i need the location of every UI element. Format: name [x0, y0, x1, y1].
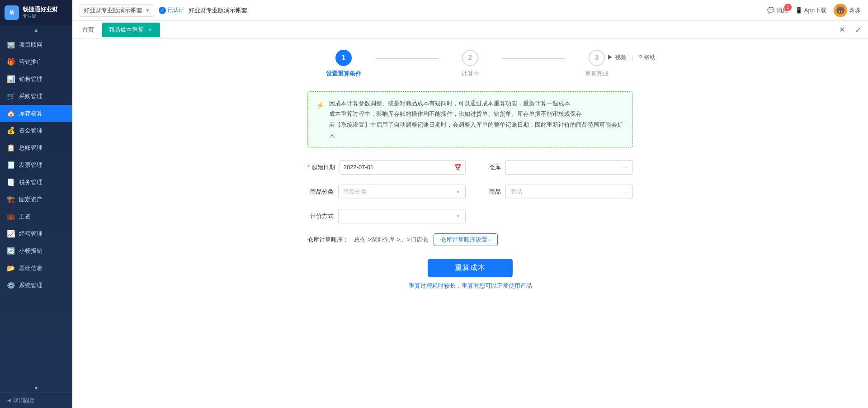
step-connector-2 — [502, 58, 565, 59]
step-1-number: 1 — [342, 54, 346, 62]
sidebar-item-assets[interactable]: 🏗️ 固定资产 — [0, 191, 72, 208]
app-download-label: App下载 — [804, 6, 826, 14]
form-row-2: 商品分类 商品分类 ▼ 商品 商品 ··· — [307, 185, 633, 199]
project-icon: 🏢 — [6, 41, 15, 49]
sidebar-item-finance[interactable]: 💰 资金管理 — [0, 122, 72, 139]
sidebar-scroll-down[interactable]: ▼ — [0, 384, 72, 393]
notification-badge: 1 — [784, 4, 792, 11]
warehouse-order-settings-button[interactable]: 仓库计算顺序设置 › — [434, 233, 498, 246]
sidebar-item-sales[interactable]: 📊 销售管理 — [0, 71, 72, 88]
help-button[interactable]: ? 帮助 — [639, 53, 656, 62]
warehouse-select[interactable]: ··· — [505, 160, 633, 175]
main-btn-area: 重算成本 — [90, 259, 850, 277]
verified-account-name: 好业财专业版演示帐套 — [189, 6, 247, 14]
step-3-circle: 3 — [589, 50, 605, 66]
form-group-category: 商品分类 商品分类 ▼ — [307, 185, 466, 199]
sidebar-item-label: 工资 — [19, 213, 31, 221]
notice-line2: 成本重算过程中，影响库存账的操作均不能操作，比如进货单、销货单、库存单据不能审核… — [329, 109, 624, 119]
message-button[interactable]: 💬 消息 1 — [767, 6, 788, 14]
notice-box: ⚡ 因成本计算参数调整、或是对商品成本有疑问时，可以通过成本重算功能，重新计算一… — [307, 91, 633, 147]
category-placeholder: 商品分类 — [343, 188, 367, 196]
sidebar-item-project[interactable]: 🏢 项目顾问 — [0, 36, 72, 53]
form-row-1: 起始日期 📅 仓库 ··· — [307, 160, 633, 175]
sidebar-item-salary[interactable]: 💼 工资 — [0, 208, 72, 225]
start-date-label: 起始日期 — [307, 163, 335, 171]
finance-icon: 💰 — [6, 127, 15, 135]
sidebar-item-label: 销售管理 — [19, 75, 42, 83]
price-method-label: 计价方式 — [307, 212, 334, 220]
sidebar-item-label: 系统管理 — [19, 281, 42, 289]
tab-home[interactable]: 首页 — [76, 23, 100, 37]
app-logo: 畅 — [5, 5, 19, 20]
category-label: 商品分类 — [307, 188, 334, 196]
tab-recalc[interactable]: 商品成本重算 × — [102, 23, 160, 37]
warehouse-order-row: 仓库计算顺序： 总仓->深圳仓库->...->门店仓 仓库计算顺序设置 › — [307, 233, 633, 246]
app-name: 畅捷通好业财 — [23, 6, 58, 13]
form-group-price-method: 计价方式 ▼ — [307, 209, 466, 223]
account-selector-name: 好业财专业版演示帐套 — [84, 6, 142, 14]
sidebar-item-label: 总账管理 — [19, 144, 42, 152]
notice-text: 因成本计算参数调整、或是对商品成本有疑问时，可以通过成本重算功能，重新计算一遍成… — [329, 98, 624, 141]
dots-icon: ··· — [623, 164, 628, 171]
sidebar-item-label: 营销推广 — [19, 58, 42, 66]
notice-line1: 因成本计算参数调整、或是对商品成本有疑问时，可以通过成本重算功能，重新计算一遍成… — [329, 98, 624, 109]
goods-placeholder: 商品 — [510, 188, 522, 196]
recalc-hint: 重算过程耗时较长，重算时您可以正常使用产品 — [90, 282, 850, 290]
sidebar-item-operation[interactable]: 📈 经营管理 — [0, 225, 72, 242]
goods-select[interactable]: 商品 ··· — [505, 185, 633, 199]
sidebar-item-label: 经营管理 — [19, 230, 42, 238]
user-avatar-area[interactable]: 🐻 珠珠 — [834, 4, 861, 17]
sidebar-item-marketing[interactable]: 🎁 营销推广 — [0, 53, 72, 71]
app-download-button[interactable]: 📱 App下载 — [795, 6, 826, 14]
sidebar-item-label: 小畅报销 — [19, 247, 42, 255]
warehouse-order-value: 总仓->深圳仓库->...->门店仓 — [354, 236, 428, 244]
invoice-icon: 🧾 — [6, 161, 15, 169]
video-help-button[interactable]: ▶ 视频 — [607, 53, 627, 62]
tab-home-label: 首页 — [82, 26, 94, 34]
sidebar-scroll-up[interactable]: ▲ — [0, 25, 72, 34]
tab-close-button[interactable]: × — [146, 26, 154, 33]
unpin-label: ◄ 取消固定 — [6, 397, 35, 404]
chevron-down-icon: ▼ — [456, 213, 461, 219]
basic-icon: 📂 — [6, 264, 15, 272]
close-window-button[interactable]: ✕ — [835, 24, 848, 36]
sidebar-item-tax[interactable]: 📑 税务管理 — [0, 174, 72, 191]
chevron-down-icon: ▼ — [456, 189, 461, 195]
step-2-label: 计算中 — [462, 70, 479, 78]
marketing-icon: 🎁 — [6, 58, 15, 66]
form-group-start-date: 起始日期 📅 — [307, 160, 466, 175]
step-3-label: 重算完成 — [585, 70, 609, 78]
step-2-number: 2 — [468, 54, 472, 62]
expense-icon: 🔄 — [6, 247, 15, 255]
sidebar-item-system[interactable]: ⚙️ 系统管理 — [0, 277, 72, 294]
sidebar-item-expense[interactable]: 🔄 小畅报销 — [0, 242, 72, 260]
price-method-select[interactable]: ▼ — [338, 209, 466, 223]
user-name: 珠珠 — [849, 6, 861, 14]
sidebar-item-label: 基础信息 — [19, 264, 42, 272]
sidebar-item-inventory[interactable]: 🏠 库存核算 — [0, 105, 72, 122]
calendar-icon[interactable]: 📅 — [450, 164, 465, 171]
sidebar-item-invoice[interactable]: 🧾 发票管理 — [0, 157, 72, 174]
warehouse-label: 仓库 — [475, 163, 501, 171]
goods-label: 商品 — [475, 188, 501, 196]
avatar: 🐻 — [834, 4, 847, 17]
sidebar-item-accounting[interactable]: 📋 总账管理 — [0, 139, 72, 157]
sidebar: 畅 畅捷通好业财 专业版 ▲ 🏢 项目顾问 🎁 营销推广 📊 销售管理 🛒 采购… — [0, 0, 72, 408]
account-selector[interactable]: 好业财专业版演示帐套 ▼ — [80, 4, 154, 17]
sidebar-item-label: 税务管理 — [19, 178, 42, 186]
sidebar-unpin-button[interactable]: ◄ 取消固定 — [0, 393, 72, 408]
stepper: 1 设置重算条件 2 计算中 3 重算完成 — [312, 50, 628, 78]
category-select[interactable]: 商品分类 ▼ — [338, 185, 466, 199]
step-1-label: 设置重算条件 — [326, 70, 361, 78]
tabbar: 首页 商品成本重算 × ✕ ⤢ — [72, 21, 868, 39]
expand-window-button[interactable]: ⤢ — [852, 24, 864, 36]
start-date-input[interactable] — [340, 160, 450, 175]
recalc-button[interactable]: 重算成本 — [428, 259, 513, 277]
app-edition: 专业版 — [23, 13, 58, 19]
sidebar-item-basic[interactable]: 📂 基础信息 — [0, 260, 72, 277]
topbar: 好业财专业版演示帐套 ▼ ✓ 已认证 好业财专业版演示帐套 💬 消息 1 📱 A… — [72, 0, 868, 21]
verified-badge-area: ✓ 已认证 — [159, 6, 184, 14]
start-date-input-wrapper[interactable]: 📅 — [340, 160, 466, 175]
shield-icon: ✓ — [159, 7, 166, 14]
sidebar-item-purchase[interactable]: 🛒 采购管理 — [0, 88, 72, 105]
